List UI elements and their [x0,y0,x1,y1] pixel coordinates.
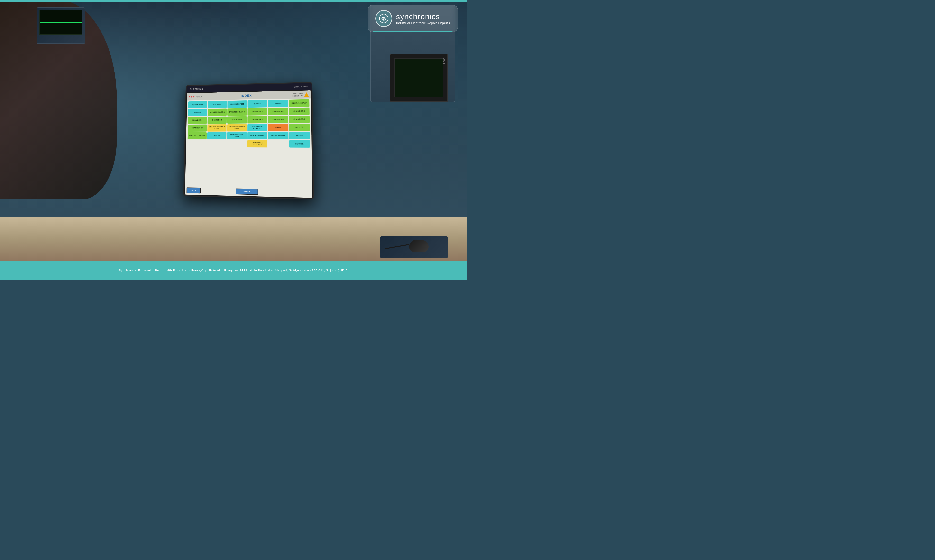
secondary-monitor: TOUCH [390,54,448,102]
hmi-button-grid: PARAMETERS MACHINE MACHINE SPEED BURNER … [186,98,311,149]
btn-empty-1 [187,140,206,147]
hmi-hash-display: # # # [189,95,194,98]
btn-stenter-inlet-1[interactable]: STENTER INLET-1 [208,109,227,116]
hmi-model-label: SIMATIC HMI [294,85,308,88]
touch-label-right: TOUCH [443,56,445,64]
btn-machine-speed[interactable]: MACHINE SPEED [227,100,247,108]
btn-width[interactable]: WIDTH [207,132,226,139]
logo-container: synchronics Industrial Electronic Repair… [368,5,458,32]
hmi-row-3: CHAMBER-4 CHAMBER-5 CHAMBER-6 CHAMBER-7 … [188,115,310,124]
btn-machine[interactable]: MACHINE [208,101,227,108]
touch-side-label: TOUCH [311,135,313,145]
btn-empty-3 [227,140,247,148]
btn-drives[interactable]: DRIVES [268,100,288,107]
btn-chamber-2[interactable]: CHAMBER-2 [268,108,288,115]
oscilloscope [37,7,85,44]
btn-empty-4 [268,140,288,148]
btn-temperature-zone[interactable]: TEMPERATURE ZONE [227,132,247,139]
brain-circuit-icon [379,13,390,24]
tagline-bold: Experts [438,21,450,25]
btn-parameters[interactable]: PARAMETERS [188,101,207,109]
hmi-row-4: CHAMBER-10 CHAMBER LOWER FANS CHAMBER UP… [188,124,310,132]
hmi-time: 8:09:05 PM [293,95,303,97]
hmi-row-5: OUTLET J - SCRAY WIDTH TEMPERATURE ZONE … [188,132,310,139]
btn-chamber-upper-fans[interactable]: CHAMBER UPPER FANS [227,124,246,131]
btn-chain[interactable]: CHAIN [268,124,288,131]
hmi-bottom-bar: HELP HOME [186,187,311,196]
hmi-datetime: 04.01.2005 8:09:05 PM [293,92,303,97]
btn-recipe[interactable]: RECIPE [289,132,310,139]
btn-drawing-manuals[interactable]: Drawing & Manuals [247,140,267,148]
computer-mouse [409,240,428,252]
btn-inlet-j-scray[interactable]: INLET J - SCRAY [289,99,309,107]
btn-outlet-j-scray[interactable]: OUTLET J - SCRAY [188,132,206,139]
logo-icon-circle [375,10,392,27]
btn-outlet[interactable]: OUTLET [289,124,310,131]
tagline-normal: Industrial Electronic Repair [396,21,437,25]
secondary-monitor-screen [394,58,443,97]
btn-chamber-lower-fans[interactable]: CHAMBER LOWER FANS [207,124,226,132]
help-button[interactable]: HELP [186,187,200,194]
warning-icon [304,92,309,97]
btn-chamber-7[interactable]: CHAMBER-7 [248,116,268,123]
teal-accent-bar [0,0,467,2]
btn-service[interactable]: SERVICE [289,140,310,148]
hmi-row-2: PADDER STENTER INLET-1 STENTER INLET-2 C… [188,108,310,116]
btn-chamber-5[interactable]: CHAMBER-5 [207,117,226,124]
hmi-display: SIEMENS SIMATIC HMI # # # HMIDs INDEX 04… [183,82,314,200]
btn-chamber-3[interactable]: CHAMBER-3 [289,108,310,115]
logo-text-block: synchronics Industrial Electronic Repair… [396,12,450,25]
btn-chamber-1[interactable]: CHAMBER-1 [248,108,267,115]
logo-brand-name: synchronics [396,12,450,21]
footer-address: Synchronics Electronics Pvt. Ltd.4th Flo… [119,269,349,272]
btn-chamber-6[interactable]: CHAMBER-6 [227,116,247,123]
btn-empty-2 [207,140,226,148]
btn-machine-data[interactable]: MACHINE DATA [248,132,268,139]
btn-alarm-buffer[interactable]: ALARM BUFFER [268,132,288,139]
btn-chamber-9[interactable]: CHAMBER-9 [289,115,310,123]
btn-chamber-10[interactable]: CHAMBER-10 [188,125,206,132]
hmi-index-title: INDEX [203,93,291,98]
hmi-row-6: Drawing & Manuals SERVICE [187,140,310,148]
btn-chamber-8[interactable]: CHAMBER-8 [268,116,288,123]
home-button[interactable]: HOME [236,188,258,195]
btn-padder[interactable]: PADDER [188,109,207,116]
logo-tagline: Industrial Electronic Repair Experts [396,21,450,25]
btn-stenter-inlet-2[interactable]: STENTER INLET-2 [227,108,247,115]
btn-chamber-4[interactable]: CHAMBER-4 [188,117,207,124]
footer-bar: Synchronics Electronics Pvt. Ltd.4th Flo… [0,260,467,280]
btn-cooling-exhaust[interactable]: COOLING & EXHAUST [248,124,268,131]
siemens-brand: SIEMENS [190,88,203,91]
btn-burner[interactable]: BURNER [248,100,267,108]
hmi-row-1: PARAMETERS MACHINE MACHINE SPEED BURNER … [188,99,309,108]
hmi-screen: # # # HMIDs INDEX 04.01.2005 8:09:05 PM … [185,91,312,198]
hmi-hmids-label: HMIDs [196,95,202,98]
